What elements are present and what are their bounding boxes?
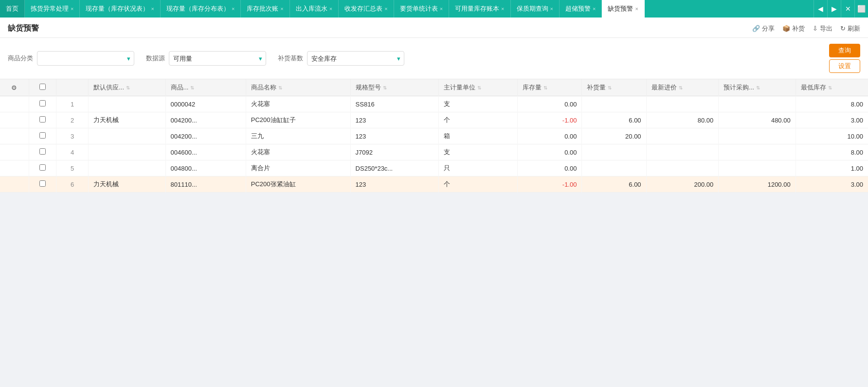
row-checkbox[interactable] [39, 100, 46, 106]
tab-shortage[interactable]: 缺货预警 × [602, 0, 644, 18]
row-goodsid-cell: 004200... [165, 112, 246, 128]
row-stock-cell: 0.00 [518, 96, 582, 112]
query-button[interactable]: 查询 [829, 44, 860, 57]
th-stock[interactable]: 库存量 ⇅ [518, 79, 582, 96]
table-row[interactable]: 2 力天机械 004200... PC200油缸缸子 123 个 -1.00 6… [0, 112, 868, 128]
tab-available-close[interactable]: × [501, 6, 504, 12]
tab-collect[interactable]: 收发存汇总表 × [339, 0, 394, 18]
row-gear-cell [0, 144, 29, 160]
tab-prev-button[interactable]: ◀ [814, 0, 827, 18]
th-minstock[interactable]: 最低库存 ⇅ [796, 79, 868, 96]
row-lastprice-cell [646, 128, 719, 144]
row-supplier-cell [89, 128, 165, 144]
row-goodsname-cell: 火花塞 [246, 144, 350, 160]
export-button[interactable]: ⇩ 导出 [813, 24, 832, 33]
tab-shortage-close[interactable]: × [635, 6, 638, 12]
row-checkbox-cell[interactable] [29, 176, 56, 193]
tab-batch-account[interactable]: 库存批次账 × [241, 0, 289, 18]
table-row[interactable]: 1 0000042 火花塞 SS816 支 0.00 8.00 [0, 96, 868, 112]
share-icon: 🔗 [752, 25, 760, 32]
tab-inventory-dist-close[interactable]: × [232, 6, 235, 12]
tab-overstock-close[interactable]: × [593, 6, 596, 12]
row-checkbox-cell[interactable] [29, 160, 56, 176]
row-num-cell: 3 [56, 128, 89, 144]
row-checkbox-cell[interactable] [29, 112, 56, 128]
tab-inventory-dist[interactable]: 现存量（库存分布表） × [161, 0, 241, 18]
tab-demand-stat-close[interactable]: × [440, 6, 443, 12]
tab-collect-close[interactable]: × [384, 6, 387, 12]
table-row[interactable]: 4 004600... 火花塞 J7092 支 0.00 8.00 [0, 144, 868, 160]
tab-batch-account-label: 库存批次账 [247, 4, 278, 13]
tab-flow[interactable]: 出入库流水 × [290, 0, 339, 18]
row-lastprice-cell [646, 160, 719, 176]
tab-collect-label: 收发存汇总表 [344, 4, 382, 13]
tab-expiry-close[interactable]: × [550, 6, 553, 12]
row-checkbox[interactable] [39, 116, 46, 123]
tab-inventory-status[interactable]: 现存量（库存状况表） × [80, 0, 160, 18]
tab-demand-stat[interactable]: 要货单统计表 × [394, 0, 449, 18]
datasource-select[interactable]: 可用量 [169, 51, 266, 66]
tab-inventory-status-label: 现存量（库存状况表） [86, 4, 149, 13]
select-all-checkbox[interactable] [39, 84, 46, 90]
export-label: 导出 [820, 24, 832, 33]
row-minstock-cell: 1.00 [796, 160, 868, 176]
th-replenish[interactable]: 补货量 ⇅ [582, 79, 646, 96]
tab-maximize-button[interactable]: ⬜ [854, 0, 868, 18]
row-spec-cell: 123 [350, 176, 439, 193]
th-supplier[interactable]: 默认供应... ⇅ [89, 79, 165, 96]
row-checkbox-cell[interactable] [29, 128, 56, 144]
settings-button[interactable]: 设置 [829, 59, 860, 73]
refresh-button[interactable]: ↻ 刷新 [840, 24, 860, 33]
tab-exception-close[interactable]: × [71, 6, 73, 12]
tab-batch-account-close[interactable]: × [280, 6, 283, 12]
th-goodsid[interactable]: 商品... ⇅ [165, 79, 246, 96]
tab-home[interactable]: 首页 [0, 0, 25, 18]
th-spec-label: 规格型号 [356, 83, 381, 92]
tab-available[interactable]: 可用量库存账本 × [449, 0, 510, 18]
tab-next-button[interactable]: ▶ [827, 0, 841, 18]
th-spec[interactable]: 规格型号 ⇅ [350, 79, 439, 96]
tab-expiry[interactable]: 保质期查询 × [511, 0, 560, 18]
th-checkbox[interactable] [29, 79, 56, 96]
share-button[interactable]: 🔗 分享 [752, 24, 775, 33]
row-spec-cell: SS816 [350, 96, 439, 112]
tab-home-label: 首页 [6, 4, 18, 13]
row-forecast-cell [719, 144, 796, 160]
row-gear-cell [0, 176, 29, 193]
row-checkbox-cell[interactable] [29, 144, 56, 160]
tab-inventory-dist-label: 现存量（库存分布表） [166, 4, 230, 13]
replenish-base-select[interactable]: 安全库存 [307, 51, 404, 66]
th-unit[interactable]: 主计量单位 ⇅ [439, 79, 518, 96]
th-stock-label: 库存量 [523, 83, 542, 92]
row-checkbox[interactable] [39, 148, 46, 155]
tab-inventory-status-close[interactable]: × [151, 6, 154, 12]
row-unit-cell: 个 [439, 176, 518, 193]
th-gear[interactable]: ⚙ [0, 79, 29, 96]
row-checkbox-cell[interactable] [29, 96, 56, 112]
row-forecast-cell [719, 128, 796, 144]
row-checkbox[interactable] [39, 132, 46, 139]
table-row[interactable]: 5 004800... 离合片 DS250*23c... 只 0.00 1.00 [0, 160, 868, 176]
tab-flow-close[interactable]: × [329, 6, 332, 12]
row-replenish-cell [582, 96, 646, 112]
tab-close-window-button[interactable]: ✕ [841, 0, 854, 18]
row-stock-cell: 0.00 [518, 160, 582, 176]
category-select[interactable] [37, 51, 134, 66]
th-forecast-label: 预计采购... [723, 83, 754, 92]
row-checkbox[interactable] [39, 180, 46, 187]
replenish-button[interactable]: 📦 补货 [782, 24, 805, 33]
tab-overstock[interactable]: 超储预警 × [560, 0, 602, 18]
table-row[interactable]: 6 力天机械 801110... PC200张紧油缸 123 个 -1.00 6… [0, 176, 868, 193]
th-forecast[interactable]: 预计采购... ⇅ [719, 79, 796, 96]
row-checkbox[interactable] [39, 164, 46, 171]
row-gear-cell [0, 160, 29, 176]
table-header-row: ⚙ 默认供应... ⇅ 商品... [0, 79, 868, 96]
page-container: 缺货预警 🔗 分享 📦 补货 ⇩ 导出 ↻ 刷新 商品分类 [0, 18, 868, 193]
table-container: ⚙ 默认供应... ⇅ 商品... [0, 79, 868, 193]
tab-demand-stat-label: 要货单统计表 [400, 4, 438, 13]
supplier-sort-icon: ⇅ [126, 85, 130, 90]
tab-exception[interactable]: 拣货异常处理 × [25, 0, 80, 18]
th-goodsname[interactable]: 商品名称 ⇅ [246, 79, 350, 96]
table-row[interactable]: 3 004200... 三九 123 箱 0.00 20.00 10.00 [0, 128, 868, 144]
th-lastprice[interactable]: 最新进价 ⇅ [646, 79, 719, 96]
